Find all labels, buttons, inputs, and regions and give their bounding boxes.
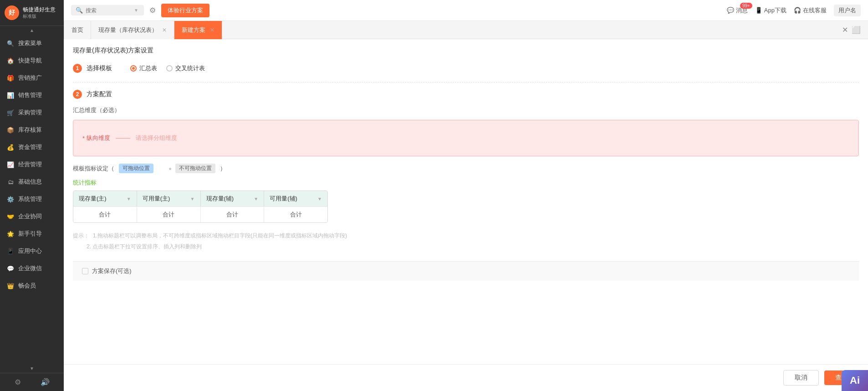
tab-inventory-status[interactable]: 现存量（库存状况表） ✕ [91, 21, 174, 39]
sidebar-item-sales[interactable]: 📊 销售管理 [0, 87, 64, 104]
section-config: 2 方案配置 汇总维度（必选） * 纵向维度 —— 请选择分组维度 模板指标设定… [73, 90, 859, 252]
user-menu[interactable]: 用户名 [834, 5, 861, 16]
topbar-right: 💬 消息 99+ 📱 App下载 🎧 在线客服 用户名 [727, 5, 861, 16]
tips-label: 提示： [73, 230, 89, 241]
stats-col-3[interactable]: 可用量(辅) ▼ [264, 191, 327, 206]
stats-col-2[interactable]: 现存量(辅) ▼ [201, 191, 265, 206]
sidebar-scroll-up[interactable]: ▲ [0, 26, 64, 35]
sidebar-menu: 🔍 搜索菜单 🏠 快捷导航 🎁 营销推广 📊 销售管理 🛒 采购管理 📦 库存核… [0, 35, 64, 364]
sidebar-item-apps[interactable]: 📱 应用中心 [0, 242, 64, 260]
cancel-button[interactable]: 取消 [783, 370, 819, 386]
search-input[interactable] [86, 7, 131, 14]
message-icon: 💬 [727, 7, 734, 14]
sidebar-item-guide[interactable]: 🌟 新手引导 [0, 225, 64, 242]
tabs-bar: 首页 现存量（库存状况表） ✕ 新建方案 ✕ ✕ ⬜ [64, 21, 868, 39]
settings-icon[interactable]: ⚙ [15, 378, 21, 386]
dimension-placeholder: 请选择分组维度 [136, 134, 177, 142]
undraggable-tag: ● 不可拖动位置 [168, 164, 215, 173]
search-icon-top: 🔍 [76, 7, 83, 14]
stats-col-0[interactable]: 现存量(主) ▼ [73, 191, 137, 206]
window-expand-icon[interactable]: ⬜ [852, 26, 861, 34]
section1-header: 1 选择模板 汇总表 交叉统计表 [73, 64, 859, 73]
sidebar-item-label: 系统管理 [18, 195, 42, 203]
col-3-chevron-icon[interactable]: ▼ [317, 196, 322, 201]
content-inner: 现存量(库存状况表)方案设置 1 选择模板 汇总表 交叉统计表 [64, 39, 868, 364]
topbar: 🔍 ▼ ⚙ 体验行业方案 💬 消息 99+ 📱 App下载 🎧 在线客服 用户名 [64, 0, 868, 21]
sidebar-item-member[interactable]: 👑 畅会员 [0, 277, 64, 294]
message-button[interactable]: 💬 消息 99+ [727, 6, 748, 15]
indicator-close: ） [220, 165, 226, 173]
required-mark: * [82, 135, 85, 142]
tab-new-plan[interactable]: 新建方案 ✕ [174, 21, 222, 39]
analytics-icon: 📈 [6, 160, 15, 169]
app-download-button[interactable]: 📱 App下载 [755, 6, 786, 15]
col-0-chevron-icon[interactable]: ▼ [127, 196, 131, 201]
search-box[interactable]: 🔍 ▼ [71, 5, 144, 15]
sidebar-item-wechat[interactable]: 💬 企业微信 [0, 260, 64, 277]
app-download-label: App下载 [764, 6, 786, 15]
gift-icon: 🎁 [6, 74, 15, 82]
stats-col-1[interactable]: 可用量(主) ▼ [137, 191, 201, 206]
col-2-chevron-icon[interactable]: ▼ [254, 196, 258, 201]
sidebar-item-system[interactable]: ⚙️ 系统管理 [0, 190, 64, 208]
speaker-icon[interactable]: 🔊 [41, 378, 50, 386]
sidebar-item-management[interactable]: 📈 经营管理 [0, 156, 64, 173]
footer-bar: 取消 查询 [64, 364, 868, 391]
tab-inventory-close-icon[interactable]: ✕ [162, 27, 167, 33]
sidebar-item-cooperation[interactable]: 🤝 企业协同 [0, 208, 64, 225]
tips-area: 提示： 1.拖动标题栏可以调整布局，不可跨维度或指标区域拖动栏目字段(只能在同一… [73, 230, 859, 252]
stats-col-3-label: 可用量(辅) [270, 195, 297, 203]
sidebar-scroll-down[interactable]: ▼ [0, 364, 64, 373]
sidebar-item-purchase[interactable]: 🛒 采购管理 [0, 104, 64, 121]
tips-item-2: 2. 点击标题栏下拉可设置排序、插入列和删除列 [73, 241, 859, 252]
trial-button[interactable]: 体验行业方案 [161, 4, 209, 17]
tab-new-plan-close-icon[interactable]: ✕ [210, 27, 214, 33]
info-icon: 🗂 [6, 178, 15, 186]
sidebar-item-inventory[interactable]: 📦 库存核算 [0, 121, 64, 139]
stats-table-header: 现存量(主) ▼ 可用量(主) ▼ 现存量(辅) ▼ 可用量(辅) [73, 191, 327, 206]
home-icon: 🏠 [6, 57, 15, 65]
option-cross-label: 交叉统计表 [175, 64, 205, 72]
option-cross[interactable]: 交叉统计表 [166, 64, 205, 72]
sidebar-item-label: 采购管理 [18, 108, 42, 117]
tab-new-plan-label: 新建方案 [182, 26, 205, 34]
draggable-tag-label: 可拖动位置 [119, 164, 153, 173]
search-icon: 🔍 [6, 39, 15, 47]
sidebar-item-label: 基础信息 [18, 178, 42, 186]
ai-badge[interactable]: Ai [842, 370, 868, 391]
section-divider-1 [73, 82, 859, 82]
indicator-settings: 模板指标设定（ 可拖动位置 ● 不可拖动位置 ） [73, 164, 859, 173]
sidebar-item-label: 经营管理 [18, 160, 42, 169]
stats-col-0-label: 现存量(主) [79, 195, 107, 203]
sidebar-item-basic[interactable]: 🗂 基础信息 [0, 173, 64, 190]
window-close-icon[interactable]: ✕ [842, 26, 848, 34]
tip-0: 1.拖动标题栏可以调整布局，不可跨维度或指标区域拖动栏目字段(只能在同一维度或指… [93, 230, 347, 241]
service-button[interactable]: 🎧 在线客服 [794, 6, 827, 15]
col-1-chevron-icon[interactable]: ▼ [190, 196, 195, 201]
save-checkbox[interactable] [82, 268, 88, 274]
sidebar-item-shortcut[interactable]: 🏠 快捷导航 [0, 52, 64, 69]
dimension-area[interactable]: * 纵向维度 —— 请选择分组维度 [73, 120, 859, 156]
app-logo-icon: 好 [5, 5, 19, 20]
handshake-icon: 🤝 [6, 212, 15, 221]
sidebar-item-search[interactable]: 🔍 搜索菜单 [0, 35, 64, 52]
star-icon: 🌟 [6, 230, 15, 238]
option-summary[interactable]: 汇总表 [130, 64, 157, 72]
tab-home[interactable]: 首页 [64, 21, 91, 39]
sidebar-item-label: 快捷导航 [18, 57, 42, 65]
tip-1: 2. 点击标题栏下拉可设置排序、插入列和删除列 [87, 241, 202, 252]
indicator-settings-label: 模板指标设定（ [73, 165, 114, 173]
chart-icon: 📊 [6, 91, 15, 99]
section2-title: 方案配置 [87, 90, 112, 98]
sidebar-logo: 好 畅捷通好生意 标准版 [0, 0, 64, 26]
tab-inventory-status-label: 现存量（库存状况表） [98, 26, 158, 34]
stats-col-1-label: 可用量(主) [143, 195, 170, 203]
sidebar-item-label: 销售管理 [18, 91, 42, 99]
sidebar-item-label: 企业微信 [18, 264, 42, 273]
gear-top-icon[interactable]: ⚙ [149, 6, 156, 15]
sidebar-bottom: ⚙ 🔊 [0, 373, 64, 391]
search-dropdown-icon[interactable]: ▼ [134, 8, 138, 13]
sidebar-item-marketing[interactable]: 🎁 营销推广 [0, 69, 64, 87]
sidebar-item-finance[interactable]: 💰 资金管理 [0, 139, 64, 156]
dimension-sublabel: 汇总维度（必选） [73, 106, 859, 114]
